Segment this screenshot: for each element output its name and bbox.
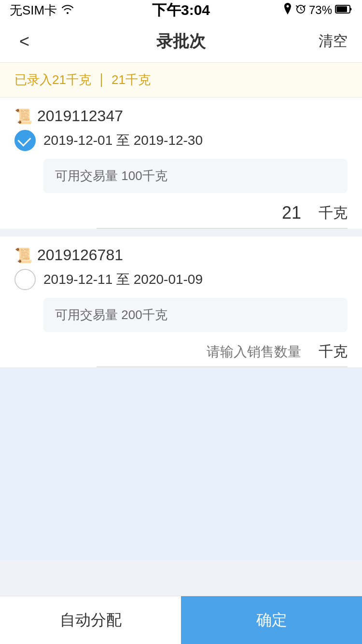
batch-1-quantity-row: 21 千克: [0, 193, 362, 228]
batch-1-radio[interactable]: [14, 130, 36, 151]
battery-text: 73%: [309, 3, 332, 17]
batch-1-quantity-value: 21: [282, 203, 301, 223]
batch-1-available: 可用交易量 100千克: [43, 159, 348, 193]
clear-button[interactable]: 清空: [319, 31, 348, 51]
empty-area: [0, 367, 362, 560]
batch-2-radio[interactable]: [14, 269, 36, 290]
batch-2-header: 📜 2019126781: [14, 246, 348, 264]
status-bar-right: 73%: [283, 3, 352, 17]
batch-2-space: [306, 344, 314, 360]
batch-2-quantity-row[interactable]: 千克: [0, 332, 362, 366]
nav-bar: < 录批次 清空: [0, 20, 362, 63]
batch-1-date: 2019-12-01 至 2019-12-30: [43, 131, 203, 150]
batch-1-quantity-space: [306, 205, 314, 221]
status-bar: 无SIM卡 下午3:04 73%: [0, 0, 362, 20]
batch-1-date-row: 2019-12-01 至 2019-12-30: [14, 130, 348, 151]
section-separator-1: [0, 229, 362, 237]
batch-item-2: 📜 2019126781 2019-12-11 至 2020-01-09 可用交…: [0, 237, 362, 332]
batch-2-date: 2019-12-11 至 2020-01-09: [43, 270, 203, 289]
wifi-icon: [61, 3, 74, 18]
location-icon: [283, 3, 292, 17]
back-button[interactable]: <: [14, 27, 34, 56]
sim-text: 无SIM卡: [10, 2, 57, 19]
status-bar-left: 无SIM卡: [10, 2, 74, 19]
info-recorded: 已录入21千克: [14, 71, 91, 88]
batch-2-number: 2019126781: [37, 246, 123, 264]
batch-2-available: 可用交易量 200千克: [43, 298, 348, 332]
confirm-button[interactable]: 确定: [181, 596, 362, 644]
batch-2-doc-icon: 📜: [14, 247, 32, 264]
svg-rect-2: [336, 6, 347, 12]
batch-1-header: 📜 2019112347: [14, 107, 348, 125]
bottom-bar: 自动分配 确定: [0, 596, 362, 644]
batch-2-quantity-input[interactable]: [14, 344, 301, 360]
info-total: 21千克: [111, 71, 151, 88]
batch-list: 📜 2019112347 2019-12-01 至 2019-12-30 可用交…: [0, 98, 362, 367]
batch-item-1: 📜 2019112347 2019-12-01 至 2019-12-30 可用交…: [0, 98, 362, 193]
batch-1-quantity-unit: 千克: [319, 203, 348, 223]
batch-1-doc-icon: 📜: [14, 108, 32, 125]
alarm-icon: [295, 3, 306, 17]
info-banner: 已录入21千克 21千克: [0, 63, 362, 98]
info-divider: [101, 73, 102, 87]
battery-icon: [335, 3, 352, 17]
batch-2-quantity-unit: 千克: [319, 342, 348, 362]
batch-1-number: 2019112347: [37, 107, 123, 125]
page-title: 录批次: [156, 30, 206, 53]
batch-2-date-row: 2019-12-11 至 2020-01-09: [14, 269, 348, 290]
auto-distribute-button[interactable]: 自动分配: [0, 596, 181, 644]
status-time: 下午3:04: [152, 0, 210, 20]
